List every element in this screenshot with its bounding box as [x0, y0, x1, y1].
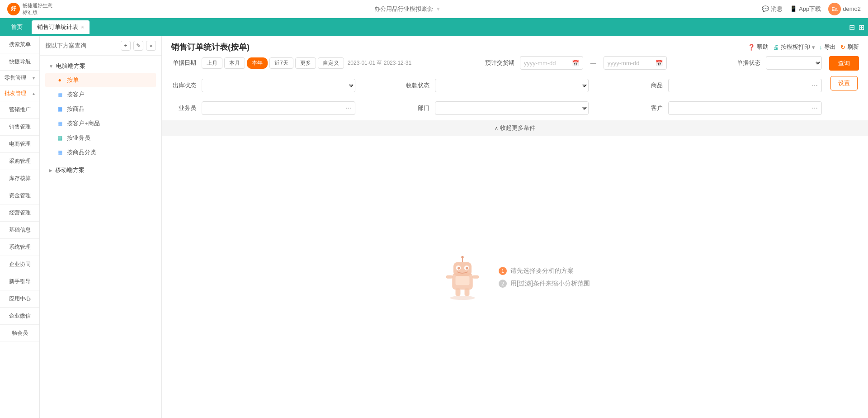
scheme-item-by-salesperson[interactable]: ▤ 按业务员: [45, 131, 156, 145]
scheme-item-by-order[interactable]: ● 按单: [45, 73, 156, 87]
tab-bar-actions: ⊟ ⊞: [849, 23, 864, 32]
date-range-text: 2023-01-01 至 2023-12-31: [348, 59, 411, 67]
svg-rect-11: [456, 288, 461, 295]
top-actions: 销售订单统计表(按单) ❓ 帮助 🖨 按模板打印 ▾ ↓: [171, 42, 859, 52]
svg-point-8: [461, 256, 463, 258]
left-panel: 按以下方案查询 + ✎ « ▼ 电脑端方案 ● 按单 ▦ 按客户: [40, 36, 162, 418]
settings-button[interactable]: 设置: [830, 76, 858, 90]
filter-row-date: 单据日期 上月 本月 本年 近7天 更多 自定义 2023-01-01 至 20…: [171, 56, 822, 70]
product-label: 商品: [637, 81, 663, 90]
status-select[interactable]: [766, 56, 822, 70]
salesperson-label: 业务员: [171, 104, 196, 112]
customerproduct-scheme-icon: ▦: [56, 120, 63, 127]
refresh-icon: ↻: [840, 44, 845, 51]
help-icon: ❓: [748, 44, 755, 51]
triangle-right-icon: ▶: [49, 168, 52, 173]
delivery-select-wrapper: [202, 79, 355, 92]
empty-state: 1 请先选择要分析的方案 2 用[过滤]条件来缩小分析范围: [162, 136, 868, 418]
scheme-item-by-category[interactable]: ▦ 按商品分类: [45, 145, 156, 160]
chevron-up-icon: ▴: [33, 91, 35, 96]
export-button[interactable]: ↓ 导出: [820, 43, 836, 51]
collapse-bar[interactable]: ∧ 收起更多条件: [162, 120, 868, 136]
tab-sales-order[interactable]: 销售订单统计表 ×: [32, 20, 90, 34]
empty-tips: 1 请先选择要分析的方案 2 用[过滤]条件来缩小分析范围: [499, 267, 590, 288]
message-button[interactable]: 💬 消息: [762, 5, 783, 13]
window-expand-icon[interactable]: ⊞: [859, 23, 864, 32]
user-profile[interactable]: Ea demo2: [828, 3, 861, 15]
sidebar-item-wechat[interactable]: 企业微信: [0, 308, 39, 325]
tab-close-icon[interactable]: ×: [81, 24, 84, 30]
sidebar-item-enterprise[interactable]: 企业协同: [0, 256, 39, 273]
main-layout: 搜索菜单 快捷导航 零售管理 ▾ 批发管理 ▴ 营销推广 销售管理 电商管理 采…: [0, 36, 868, 418]
sidebar: 搜索菜单 快捷导航 零售管理 ▾ 批发管理 ▴ 营销推广 销售管理 电商管理 采…: [0, 36, 40, 418]
sidebar-item-appcenter[interactable]: 应用中心: [0, 290, 39, 308]
svg-point-6: [466, 267, 468, 269]
payment-select[interactable]: [435, 79, 589, 92]
sidebar-item-purchase[interactable]: 采购管理: [0, 153, 39, 170]
empty-tip-2: 2 用[过滤]条件来缩小分析范围: [499, 280, 590, 288]
last7-button[interactable]: 近7天: [269, 57, 293, 69]
sidebar-item-sales[interactable]: 销售管理: [0, 119, 39, 136]
sidebar-item-newuser[interactable]: 新手引导: [0, 273, 39, 290]
expected-date-start[interactable]: yyyy-mm-dd 📅: [520, 56, 583, 70]
message-icon: 💬: [762, 5, 769, 12]
svg-rect-2: [453, 262, 472, 276]
delivery-select[interactable]: [202, 79, 355, 92]
app-download-button[interactable]: 📱 App下载: [790, 5, 821, 13]
breadcrumb[interactable]: 办公用品行业模拟账套 ▾: [374, 5, 440, 13]
department-select-wrapper: [435, 101, 589, 115]
sidebar-item-marketing[interactable]: 营销推广: [0, 101, 39, 119]
expected-date-end[interactable]: yyyy-mm-dd 📅: [604, 56, 667, 70]
customer-label: 客户: [637, 104, 663, 112]
more-date-button[interactable]: 更多: [295, 57, 316, 69]
tab-home[interactable]: 首页: [4, 20, 30, 34]
window-minimize-icon[interactable]: ⊟: [849, 23, 855, 32]
collapse-up-icon: ∧: [495, 125, 498, 131]
sidebar-item-finance[interactable]: 资金管理: [0, 187, 39, 204]
breadcrumb-arrow: ▾: [437, 5, 440, 12]
expected-date-label: 预计交货期: [478, 59, 514, 67]
scheme-item-by-customer[interactable]: ▦ 按客户: [45, 87, 156, 102]
svg-rect-12: [465, 288, 470, 295]
sidebar-item-wholesale[interactable]: 批发管理 ▴: [0, 86, 39, 101]
department-select[interactable]: [435, 101, 589, 115]
refresh-button[interactable]: ↻ 刷新: [840, 43, 859, 51]
this-month-button[interactable]: 本月: [224, 57, 245, 69]
date-filter-label: 单据日期: [171, 59, 196, 67]
scheme-group-mobile[interactable]: ▶ 移动端方案: [45, 163, 156, 177]
sidebar-item-sysmanage[interactable]: 系统管理: [0, 239, 39, 256]
add-scheme-button[interactable]: +: [121, 41, 131, 51]
collapse-panel-button[interactable]: «: [146, 41, 156, 51]
print-button[interactable]: 🖨 按模板打印 ▾: [773, 43, 815, 51]
customer-scheme-icon: ▦: [56, 91, 63, 98]
status-select-wrapper: [766, 56, 822, 70]
help-button[interactable]: ❓ 帮助: [748, 43, 769, 51]
salesperson-dots-button[interactable]: ···: [345, 104, 351, 112]
sidebar-item-ecommerce[interactable]: 电商管理: [0, 136, 39, 153]
logo-area: 好 畅捷通好生意 标准版: [7, 2, 52, 15]
sidebar-item-retail[interactable]: 零售管理 ▾: [0, 71, 39, 86]
this-year-button[interactable]: 本年: [247, 57, 268, 69]
product-dots-button[interactable]: ···: [812, 81, 818, 90]
empty-tip-1: 1 请先选择要分析的方案: [499, 267, 590, 275]
last-month-button[interactable]: 上月: [202, 57, 222, 69]
sidebar-item-quicknav[interactable]: 快捷导航: [0, 53, 39, 71]
scheme-group-desktop[interactable]: ▼ 电脑端方案: [45, 59, 156, 73]
custom-date-button[interactable]: 自定义: [318, 57, 344, 69]
sidebar-item-basicinfo[interactable]: 基础信息: [0, 222, 39, 239]
sidebar-item-operations[interactable]: 经营管理: [0, 204, 39, 222]
scheme-section: ▼ 电脑端方案 ● 按单 ▦ 按客户 ▦ 按商品 ▦ 按客户+商品: [40, 56, 161, 180]
status-filter-label: 单据状态: [733, 59, 760, 67]
top-bar: 好 畅捷通好生意 标准版 办公用品行业模拟账套 ▾ 💬 消息 📱 App下载 E…: [0, 0, 868, 18]
edit-scheme-button[interactable]: ✎: [133, 41, 143, 51]
sidebar-item-inventory[interactable]: 库存核算: [0, 170, 39, 187]
logo-icon: 好: [7, 3, 20, 15]
page-title: 销售订单统计表(按单): [171, 42, 250, 52]
query-button[interactable]: 查询: [829, 56, 859, 71]
sidebar-item-search[interactable]: 搜索菜单: [0, 36, 39, 53]
svg-point-5: [458, 267, 460, 269]
sidebar-item-member[interactable]: 畅会员: [0, 325, 39, 342]
scheme-item-by-product[interactable]: ▦ 按商品: [45, 102, 156, 116]
scheme-item-by-customer-product[interactable]: ▦ 按客户+商品: [45, 116, 156, 131]
customer-dots-button[interactable]: ···: [812, 104, 818, 112]
